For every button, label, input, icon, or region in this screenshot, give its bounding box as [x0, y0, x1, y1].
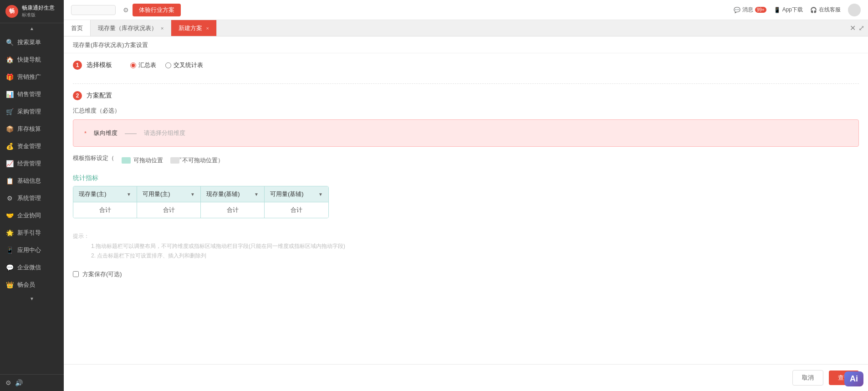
template-indicators-section: 模板指标设定（ 可拖动位置 不可拖动位置） — [64, 154, 868, 174]
sidebar-item-management[interactable]: 📈 经营管理 — [0, 155, 64, 172]
stats-section: 统计指标 现存量(主) ▼ 可用量(主) ▼ 现存量(基辅) — [64, 174, 868, 227]
avatar[interactable] — [848, 4, 861, 16]
sidebar-item-member[interactable]: 👑 畅会员 — [0, 276, 64, 293]
dimension-placeholder[interactable]: 请选择分组维度 — [144, 129, 185, 137]
scroll-up[interactable]: ▲ — [0, 23, 64, 34]
footer: 取消 查询 — [64, 364, 868, 391]
app-download-label: App下载 — [782, 6, 803, 14]
stats-header-0[interactable]: 现存量(主) ▼ — [73, 186, 137, 202]
tab-new-scheme[interactable]: 新建方案 × — [171, 20, 216, 36]
topbar-right: 💬 消息 99+ 📱 App下载 🎧 在线客服 — [734, 4, 861, 16]
sidebar-item-label: 经营管理 — [17, 159, 41, 168]
tab-close-btn[interactable]: ✕ — [850, 24, 856, 32]
settings-bottom-icon[interactable]: ⚙ — [5, 379, 11, 386]
sidebar-item-inventory[interactable]: 📦 库存核算 — [0, 120, 64, 138]
topbar: ⚙ 体验行业方案 💬 消息 99+ 📱 App下载 🎧 在线客服 — [64, 0, 868, 20]
stats-data-0: 合计 — [73, 202, 137, 218]
sidebar-item-label: 企业微信 — [17, 263, 41, 272]
section1-header: 1 选择模板 汇总表 交叉统计表 — [73, 61, 859, 70]
sidebar-item-purchase[interactable]: 🛒 采购管理 — [0, 103, 64, 120]
stats-header-3[interactable]: 可用量(基辅) ▼ — [265, 186, 328, 202]
sidebar-item-finance[interactable]: 💰 资金管理 — [0, 138, 64, 155]
dimension-label: 纵向维度 — [94, 129, 117, 137]
app-logo: 畅 畅康通好生意 标准版 — [0, 0, 64, 23]
sidebar-item-cooperation[interactable]: 🤝 企业协同 — [0, 207, 64, 224]
sidebar-item-marketing[interactable]: 🎁 营销推广 — [0, 68, 64, 86]
scroll-down-arrow[interactable]: ▼ — [29, 295, 35, 302]
sidebar-item-search[interactable]: 🔍 搜索菜单 — [0, 34, 64, 51]
sidebar-item-app-center[interactable]: 📱 应用中心 — [0, 242, 64, 259]
sidebar-item-new-guide[interactable]: 🌟 新手引导 — [0, 224, 64, 242]
message-button[interactable]: 💬 消息 99+ — [734, 6, 766, 14]
tab-home[interactable]: 首页 — [64, 20, 91, 36]
tab-inventory-label: 现存量（库存状况表） — [98, 24, 157, 32]
step1-badge: 1 — [73, 61, 82, 70]
sidebar-item-enterprise-wechat[interactable]: 💬 企业微信 — [0, 259, 64, 276]
message-badge: 99+ — [755, 7, 766, 13]
ai-badge[interactable]: Ai — [844, 371, 863, 386]
stats-data-row: 合计 合计 合计 合计 — [73, 202, 328, 218]
customer-service-button[interactable]: 🎧 在线客服 — [810, 6, 841, 14]
message-icon: 💬 — [734, 7, 740, 13]
sidebar-item-label: 新手引导 — [17, 229, 41, 237]
sidebar-item-label: 搜索菜单 — [17, 38, 41, 46]
sidebar-item-sales[interactable]: 📊 销售管理 — [0, 86, 64, 103]
tabbar-right: ✕ ⤢ — [846, 24, 868, 32]
sidebar-item-label: 企业协同 — [17, 211, 41, 220]
cancel-button[interactable]: 取消 — [792, 370, 823, 386]
dimension-area: * 纵向维度 —— 请选择分组维度 — [73, 119, 859, 147]
volume-icon[interactable]: 🔊 — [15, 379, 23, 386]
tab-expand-btn[interactable]: ⤢ — [858, 24, 864, 32]
sidebar-item-quick-nav[interactable]: 🏠 快捷导航 — [0, 51, 64, 68]
app-download-button[interactable]: 📱 App下载 — [774, 6, 803, 14]
sidebar-item-system[interactable]: ⚙ 系统管理 — [0, 190, 64, 207]
sidebar-item-basic-info[interactable]: 📋 基础信息 — [0, 172, 64, 190]
tab-inventory-close[interactable]: × — [161, 26, 163, 31]
sidebar-item-label: 快捷导航 — [17, 56, 41, 64]
sidebar-bottom: ⚙ 🔊 — [0, 374, 64, 391]
stats-header-2[interactable]: 现存量(基辅) ▼ — [201, 186, 265, 202]
sidebar-item-label: 基础信息 — [17, 177, 41, 185]
trial-button[interactable]: 体验行业方案 — [133, 4, 181, 16]
radio-summary-input[interactable] — [130, 62, 136, 68]
scroll-down[interactable]: ▼ — [0, 293, 64, 304]
sidebar-item-label: 应用中心 — [17, 246, 41, 254]
radio-cross[interactable]: 交叉统计表 — [165, 61, 203, 69]
stats-data-3: 合计 — [265, 202, 328, 218]
tip-prefix: 提示： — [73, 232, 859, 242]
chart-icon: 📊 — [5, 90, 14, 98]
stats-header-1[interactable]: 可用量(主) ▼ — [137, 186, 201, 202]
tab-inventory[interactable]: 现存量（库存状况表） × — [91, 20, 171, 36]
section-choose-template: 1 选择模板 汇总表 交叉统计表 — [64, 53, 868, 83]
tab-new-scheme-close[interactable]: × — [206, 26, 209, 31]
gear-icon: ⚙ — [5, 194, 14, 202]
search-input[interactable] — [75, 7, 112, 13]
draggable-indicator: 可拖动位置 — [122, 156, 163, 165]
radio-summary[interactable]: 汇总表 — [130, 61, 156, 69]
money-icon: 💰 — [5, 142, 14, 150]
home-icon: 🏠 — [5, 56, 14, 64]
sidebar-item-label: 销售管理 — [17, 90, 41, 98]
star-icon: 🌟 — [5, 229, 14, 237]
topbar-search-area[interactable] — [71, 5, 116, 15]
section2-header: 2 方案配置 — [73, 84, 859, 100]
save-section: 方案保存(可选) — [64, 266, 868, 283]
radio-cross-label: 交叉统计表 — [174, 61, 203, 69]
settings-icon[interactable]: ⚙ — [123, 6, 129, 14]
sidebar-item-label: 库存核算 — [17, 125, 41, 133]
tab-new-scheme-label: 新建方案 — [179, 24, 202, 32]
stats-table: 现存量(主) ▼ 可用量(主) ▼ 现存量(基辅) ▼ 可用量(基辅) — [73, 186, 329, 218]
sidebar-item-label: 畅会员 — [17, 281, 35, 289]
page-title: 现存量(库存状况表)方案设置 — [64, 36, 868, 53]
radio-cross-input[interactable] — [165, 62, 171, 68]
dimension-dash: —— — [125, 130, 137, 137]
scroll-up-arrow[interactable]: ▲ — [29, 25, 35, 32]
sidebar: 畅 畅康通好生意 标准版 ▲ 🔍 搜索菜单 🏠 快捷导航 🎁 营销推广 📊 销售… — [0, 0, 64, 391]
nondraggable-label: 不可拖动位置） — [182, 156, 224, 165]
save-checkbox[interactable] — [73, 271, 79, 277]
message-label: 消息 — [742, 6, 753, 14]
tip-1: 1.拖动标题栏可以调整布局，不可跨维度或指标区域拖动栏目字段(只能在同一维度或指… — [91, 242, 859, 252]
nondraggable-indicator: 不可拖动位置） — [170, 156, 224, 165]
sidebar-item-label: 营销推广 — [17, 73, 41, 81]
management-icon: 📈 — [5, 159, 14, 168]
